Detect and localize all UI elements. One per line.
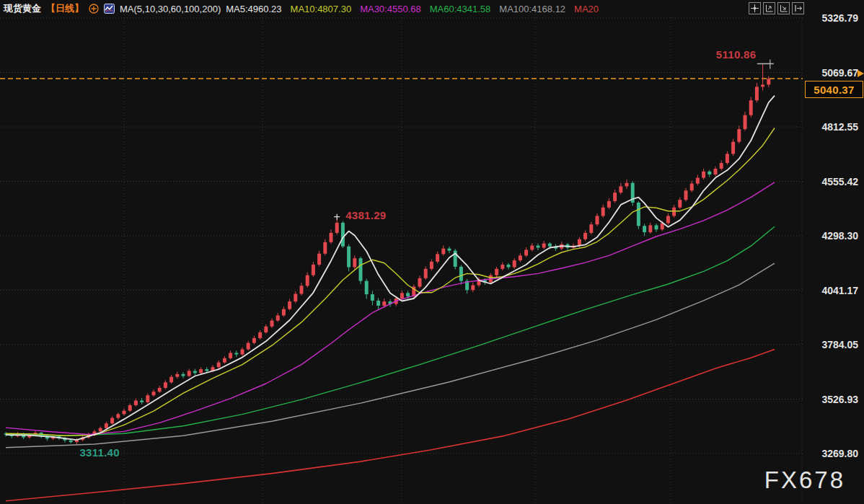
session-high-marker bbox=[757, 59, 774, 68]
annotation-swing-low: 3311.40 bbox=[79, 446, 120, 459]
ma-legend-item: MA20 bbox=[574, 4, 599, 14]
ma-legend-item: MA60:4341.58 bbox=[430, 4, 491, 14]
pane-exit-button[interactable] bbox=[792, 2, 804, 14]
price-axis-tick: 3784.05 bbox=[793, 339, 858, 350]
candlestick-chart[interactable] bbox=[0, 0, 864, 504]
axis-scale-left-button[interactable] bbox=[763, 2, 775, 14]
annotation-swing-high: 4381.29 bbox=[345, 209, 386, 221]
swing-high-marker bbox=[334, 214, 340, 220]
price-axis-tick: 4812.55 bbox=[793, 121, 858, 133]
ma-legend: MA5:4960.23MA10:4807.30MA30:4550.68MA60:… bbox=[226, 4, 599, 14]
ma-line-ma200 bbox=[6, 350, 775, 501]
trading-chart-window: 现货黄金 【日线】 MA(5,10,30,60,100,200) MA5:496… bbox=[0, 0, 864, 504]
crosshair-tool-button[interactable] bbox=[749, 2, 761, 14]
ma-params-label: MA(5,10,30,60,100,200) bbox=[120, 4, 221, 14]
ma-legend-item: MA10:4807.30 bbox=[291, 4, 352, 14]
timeframe-label: 【日线】 bbox=[46, 2, 84, 15]
price-axis-tick: 4555.42 bbox=[793, 176, 858, 187]
candles-layer bbox=[4, 63, 771, 444]
annotation-session-high: 5110.86 bbox=[716, 48, 757, 61]
price-up-arrow-icon bbox=[858, 70, 864, 77]
axis-scale-right-button[interactable] bbox=[777, 2, 790, 14]
price-axis-tick: 5069.67 bbox=[793, 67, 858, 79]
chart-header: 现货黄金 【日线】 MA(5,10,30,60,100,200) MA5:496… bbox=[4, 2, 599, 15]
fx678-watermark: FX678 bbox=[764, 467, 845, 494]
add-indicator-icon[interactable] bbox=[89, 4, 99, 14]
ma-legend-item: MA30:4550.68 bbox=[360, 4, 421, 14]
ma-lines-layer bbox=[6, 96, 775, 501]
ma-legend-item: MA5:4960.23 bbox=[226, 4, 281, 14]
ma-line-ma60 bbox=[6, 226, 775, 436]
last-price-label: 5040.37 bbox=[805, 81, 863, 98]
grid-layer bbox=[0, 14, 803, 504]
chart-toolbar bbox=[749, 2, 804, 14]
price-axis-tick: 3269.80 bbox=[793, 448, 858, 459]
chart-type-icon[interactable] bbox=[104, 4, 115, 14]
price-axis-tick: 4298.30 bbox=[793, 230, 858, 242]
ma-line-ma100 bbox=[6, 263, 775, 448]
price-axis-tick: 3526.93 bbox=[793, 394, 858, 405]
instrument-title: 现货黄金 bbox=[4, 2, 41, 15]
ma-line-ma10 bbox=[6, 128, 775, 436]
price-axis-tick: 4041.17 bbox=[793, 285, 858, 296]
ma-legend-item: MA100:4168.12 bbox=[499, 4, 565, 14]
